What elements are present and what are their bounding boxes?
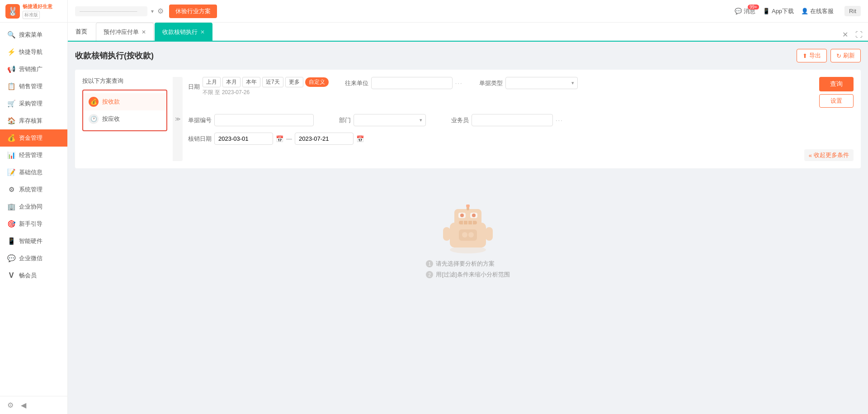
sidebar-item-inventory[interactable]: 🏠 库存核算 (0, 112, 67, 129)
collapse-sidebar-icon[interactable]: ◀ (21, 401, 26, 409)
tab-prepay-conflict[interactable]: 预付冲应付单 ✕ (96, 23, 154, 41)
logo-text: 畅捷通好生意 标准版 (23, 3, 52, 19)
tabbar-actions: ✕ ⛶ (837, 29, 868, 41)
sidebar-item-purchase[interactable]: 🛒 采购管理 (0, 95, 67, 112)
writeoff-date-end-input[interactable] (295, 133, 354, 145)
topbar-dropdown-icon[interactable]: ▾ (151, 8, 154, 14)
sales-icon: 📋 (7, 82, 15, 90)
collapse-more-btn[interactable]: « 收起更多条件 (804, 149, 854, 161)
inventory-icon: 🏠 (7, 117, 15, 125)
filter-fields: 日期 上月 本月 本年 近7天 更多 自定义 不限 至 (188, 77, 854, 161)
logo-icon: 🐰 (5, 4, 20, 19)
date-btn-more[interactable]: 更多 (285, 77, 303, 87)
sidebar-item-operation[interactable]: 📊 经营管理 (0, 147, 67, 164)
tab-close-all-icon[interactable]: ✕ (840, 29, 850, 41)
quick-nav-icon: ⚡ (7, 48, 15, 56)
solution-button[interactable]: 休验行业方案 (169, 5, 217, 18)
online-service-btn[interactable]: 👤 在线客服 (801, 7, 834, 15)
topbar-right: 💬 消息 99+ 📱 App下载 👤 在线客服 Rit (735, 6, 861, 16)
partner-label: 往来单位 (345, 79, 368, 87)
tab-close-receipt[interactable]: ✕ (200, 29, 205, 35)
receipt-option-label: 按收款 (102, 98, 120, 106)
operation-icon: 📊 (7, 151, 15, 159)
hint-1-icon: 1 (426, 260, 433, 267)
writeoff-date-label: 核销日期 (188, 135, 212, 143)
doc-type-select[interactable] (505, 77, 578, 89)
writeoff-date-start-calendar-icon[interactable]: 📅 (276, 135, 283, 143)
salesperson-input[interactable] (472, 114, 553, 126)
sidebar-item-member[interactable]: V 畅会员 (0, 267, 67, 284)
salesperson-label: 业务员 (451, 116, 469, 124)
settings-button[interactable]: 设置 (819, 94, 854, 108)
page-container: 收款核销执行(按收款) ⬆ 导出 ↻ 刷新 按以下方案查询 (68, 42, 868, 322)
tab-home[interactable]: 首页 (68, 23, 95, 41)
tab-receipt-writeoff[interactable]: 收款核销执行 ✕ (155, 23, 212, 41)
partner-input[interactable] (371, 77, 453, 89)
filter-option-receipt[interactable]: 💰 按收款 (83, 93, 166, 110)
settings-bottom-icon[interactable]: ⚙ (7, 401, 14, 409)
sidebar-item-hardware[interactable]: 📱 智能硬件 (0, 233, 67, 250)
svg-rect-13 (459, 229, 477, 241)
date-btn-last-month[interactable]: 上月 (203, 77, 221, 87)
date-label: 日期 (188, 83, 200, 91)
doc-no-filter-group: 单据编号 (188, 114, 314, 126)
date-controls: 上月 本月 本年 近7天 更多 自定义 不限 至 2023-07-26 (203, 77, 329, 96)
receipt-option-icon: 💰 (89, 97, 99, 107)
receivable-option-icon: 🕐 (89, 114, 99, 124)
sidebar-item-sales[interactable]: 📋 销售管理 (0, 78, 67, 95)
dept-label: 部门 (339, 116, 351, 124)
sidebar-item-finance[interactable]: 💰 资金管理 (0, 129, 67, 147)
message-btn[interactable]: 💬 消息 99+ (735, 7, 755, 15)
date-btn-this-year[interactable]: 本年 (242, 77, 260, 87)
writeoff-date-start-input[interactable] (214, 133, 273, 145)
topbar-search-placeholder: ─────────────── (80, 8, 137, 14)
sidebar-item-guide[interactable]: 🎯 新手引导 (0, 215, 67, 233)
export-icon: ⬆ (802, 52, 807, 59)
date-range-separator: — (286, 135, 292, 142)
tab-close-prepay[interactable]: ✕ (142, 29, 146, 35)
tab-expand-icon[interactable]: ⛶ (854, 29, 864, 41)
filter-scheme-panel: 按以下方案查询 💰 按收款 🕐 按应收 (82, 77, 173, 161)
system-icon: ⚙ (7, 186, 15, 194)
sidebar-item-base-info[interactable]: 📝 基础信息 (0, 164, 67, 181)
dept-select-wrapper: ▾ (354, 114, 426, 126)
dept-select[interactable] (354, 114, 426, 126)
sidebar-item-quick-nav[interactable]: ⚡ 快捷导航 (0, 43, 67, 61)
topbar-gear-icon[interactable]: ⚙ (157, 7, 164, 15)
refresh-icon: ↻ (836, 52, 841, 59)
page-title: 收款核销执行(按收款) (75, 50, 154, 61)
date-btn-this-month[interactable]: 本月 (222, 77, 241, 87)
doc-no-input[interactable] (214, 114, 314, 126)
sidebar-item-wechat[interactable]: 💬 企业微信 (0, 250, 67, 267)
refresh-button[interactable]: ↻ 刷新 (830, 49, 861, 62)
writeoff-date-end-calendar-icon[interactable]: 📅 (356, 135, 364, 143)
purchase-icon: 🛒 (7, 100, 15, 108)
sidebar-item-system[interactable]: ⚙ 系统管理 (0, 181, 67, 198)
date-btn-7days[interactable]: 近7天 (262, 77, 283, 87)
service-icon: 👤 (801, 8, 808, 14)
filter-panel: 按以下方案查询 💰 按收款 🕐 按应收 ≫ (75, 70, 861, 168)
svg-point-8 (472, 214, 476, 217)
wechat-icon: 💬 (7, 254, 15, 262)
hint-2-icon: 2 (426, 271, 433, 278)
salesperson-more-icon[interactable]: ··· (556, 117, 563, 124)
topbar-search-area: ─────────────── ▾ ⚙ (75, 6, 164, 16)
sidebar-item-enterprise[interactable]: 🏢 企业协同 (0, 198, 67, 215)
filter-collapse-btn[interactable]: ≫ (173, 77, 183, 161)
hardware-icon: 📱 (7, 237, 15, 245)
sidebar-item-search-menu[interactable]: 🔍 搜索菜单 (0, 26, 67, 43)
filter-option-receivable[interactable]: 🕐 按应收 (83, 110, 166, 128)
partner-filter-group: 往来单位 ··· (345, 77, 463, 89)
topbar-search-box[interactable]: ─────────────── (75, 6, 147, 16)
hint-1-text: 请先选择要分析的方案 (436, 260, 495, 268)
sidebar-item-marketing[interactable]: 📢 营销推广 (0, 61, 67, 78)
partner-more-icon[interactable]: ··· (455, 80, 463, 86)
app-download-btn[interactable]: 📱 App下载 (763, 7, 794, 15)
user-name[interactable]: Rit (844, 6, 861, 16)
export-button[interactable]: ⬆ 导出 (797, 49, 827, 62)
filter-action-buttons: 查询 设置 (819, 77, 854, 108)
main-area: ─────────────── ▾ ⚙ 休验行业方案 💬 消息 99+ 📱 Ap… (68, 0, 868, 414)
query-button[interactable]: 查询 (819, 77, 854, 91)
filter-row-1: 日期 上月 本月 本年 近7天 更多 自定义 不限 至 (188, 77, 854, 108)
date-btn-custom[interactable]: 自定义 (305, 77, 329, 87)
